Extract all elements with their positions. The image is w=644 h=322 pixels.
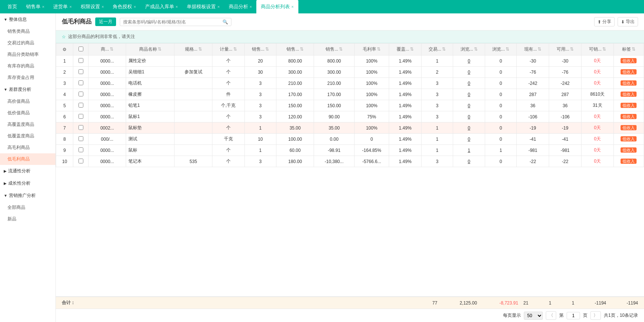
browse1-link[interactable]: 0 — [468, 92, 470, 97]
sidebar-group-growth[interactable]: ▶ 成长性分析 — [0, 177, 55, 189]
close-icon[interactable]: × — [42, 4, 44, 9]
close-icon[interactable]: × — [134, 4, 136, 9]
cell-avail-stock: -19 — [549, 122, 581, 134]
browse1-link[interactable]: 0 — [468, 81, 470, 86]
close-icon[interactable]: × — [102, 4, 104, 9]
time-filter-button[interactable]: 近一月 — [95, 17, 116, 26]
cell-gross-rate: 100% — [354, 55, 389, 67]
th-sale-qty[interactable]: 销售...⇅ — [244, 44, 276, 55]
th-avail-stock[interactable]: 可用...⇅ — [549, 44, 581, 55]
browse1-link[interactable]: 0 — [468, 137, 470, 142]
th-browse1[interactable]: 浏览...⇅ — [453, 44, 485, 55]
th-browse2[interactable]: 浏览...⇅ — [485, 44, 516, 55]
row-checkbox[interactable] — [79, 159, 83, 163]
close-icon[interactable]: × — [250, 4, 252, 9]
nav-permission[interactable]: 权限设置 × — [76, 0, 108, 13]
page-number-input[interactable] — [567, 312, 580, 319]
cell-browse1: 0 — [453, 78, 485, 89]
close-icon[interactable]: × — [176, 4, 178, 9]
nav-sales-order[interactable]: 销售单 × — [22, 0, 49, 13]
th-sellable-days[interactable]: 可销...⇅ — [581, 44, 613, 55]
cell-current-stock: -30 — [517, 55, 549, 67]
settings-icon[interactable]: ⚙ — [63, 47, 67, 52]
browse1-link[interactable]: 0 — [468, 70, 470, 75]
row-checkbox[interactable] — [79, 80, 83, 85]
search-input[interactable] — [123, 19, 222, 25]
row-checkbox[interactable] — [79, 114, 83, 119]
sidebar-item-high-margin[interactable]: 高毛利商品 — [0, 142, 55, 153]
nav-role-auth[interactable]: 角色授权 × — [108, 0, 140, 13]
sidebar-item-all-goods[interactable]: 全部商品 — [0, 202, 55, 213]
select-all-checkbox[interactable] — [79, 47, 83, 51]
cell-browse2: 1 — [485, 145, 516, 156]
th-coverage[interactable]: 覆盖...⇅ — [389, 44, 422, 55]
browse1-link[interactable]: 0 — [468, 114, 470, 119]
cell-unit: 个 — [212, 67, 244, 78]
browse1-link[interactable]: 0 — [468, 103, 470, 108]
prev-page-button[interactable]: 〈 — [546, 311, 556, 320]
sidebar-group-liquidity[interactable]: ▶ 流通性分析 — [0, 165, 55, 177]
cell-avail-stock: -22 — [549, 156, 581, 167]
notice-bar: ☆ 这部分商品的利润非常低，请关注 — [56, 31, 644, 43]
close-icon[interactable]: × — [69, 4, 71, 9]
sidebar-item-stock-capital[interactable]: 库存资金占用 — [0, 72, 55, 83]
row-checkbox[interactable] — [79, 58, 83, 63]
sidebar-group-overall[interactable]: ▼ 整体信息 — [0, 13, 55, 26]
th-trade[interactable]: 交易...⇅ — [421, 44, 453, 55]
table-row: 7 0002... 鼠标垫 个 1 35.00 35.00 100% 1.49%… — [56, 122, 644, 134]
close-icon[interactable]: × — [217, 4, 220, 9]
next-page-button[interactable]: 〉 — [590, 311, 601, 320]
th-sale-price[interactable]: 销售...⇅ — [276, 44, 314, 55]
th-code[interactable]: 商...⇅ — [88, 44, 126, 55]
th-index: ⚙ — [56, 44, 73, 55]
search-icon[interactable]: 🔍 — [222, 19, 228, 25]
sidebar-item-low-margin[interactable]: 低毛利商品 — [0, 153, 55, 165]
nav-product-analysis[interactable]: 商品分析 × — [224, 0, 256, 13]
browse1-link[interactable]: 0 — [468, 125, 470, 131]
row-checkbox[interactable] — [79, 125, 83, 130]
row-checkbox[interactable] — [79, 147, 83, 152]
row-checkbox[interactable] — [79, 69, 83, 74]
browse1-link[interactable]: 1 — [468, 148, 470, 153]
cell-current-stock: -76 — [517, 67, 549, 78]
cell-avail-stock: 36 — [549, 100, 581, 111]
cell-trade: 3 — [421, 78, 453, 89]
sidebar-item-traded-goods[interactable]: 交易过的商品 — [0, 37, 55, 49]
nav-purchase-order[interactable]: 进货单 × — [49, 0, 76, 13]
close-icon[interactable]: × — [291, 4, 294, 9]
sidebar-item-sales-goods[interactable]: 销售类商品 — [0, 26, 55, 37]
cell-gross-rate: -5766.6... — [354, 156, 389, 167]
sidebar-group-marketing[interactable]: ▼ 营销推广分析 — [0, 189, 55, 202]
sidebar-item-new-goods[interactable]: 新品 — [0, 213, 55, 225]
th-spec[interactable]: 规格...⇅ — [174, 44, 212, 55]
th-current-stock[interactable]: 现有...⇅ — [517, 44, 549, 55]
nav-template-settings[interactable]: 单据模板设置 × — [182, 0, 224, 13]
cell-sale-qty: 3 — [244, 156, 276, 167]
export-button[interactable]: ⬇ 导出 — [618, 17, 638, 26]
sidebar-item-stock-goods[interactable]: 有库存的商品 — [0, 60, 55, 72]
sidebar-item-high-value[interactable]: 高价值商品 — [0, 96, 55, 107]
row-checkbox[interactable] — [79, 92, 83, 96]
th-sale-amt[interactable]: 销售...⇅ — [314, 44, 355, 55]
table-row: 2 0000... 吴细细1 参加复试 个 30 300.00 300.00 1… — [56, 67, 644, 78]
nav-product-inbound[interactable]: 产成品入库单 × — [141, 0, 182, 13]
sidebar-item-low-coverage[interactable]: 低覆盖度商品 — [0, 130, 55, 142]
share-button[interactable]: ⬆ 分享 — [594, 17, 615, 26]
sidebar-item-high-coverage[interactable]: 高覆盖度商品 — [0, 119, 55, 130]
page-size-select[interactable]: 50 100 200 — [524, 312, 543, 320]
row-checkbox[interactable] — [79, 136, 83, 141]
cell-browse2: 0 — [485, 100, 516, 111]
th-tag[interactable]: 标签⇅ — [613, 44, 644, 55]
sidebar-item-low-value[interactable]: 低价值商品 — [0, 107, 55, 119]
th-gross-rate[interactable]: 毛利率⇅ — [354, 44, 389, 55]
nav-home[interactable]: 首页 — [3, 0, 22, 13]
th-unit[interactable]: 计量...⇅ — [212, 44, 244, 55]
sidebar-group-cluster[interactable]: ▼ 差群度分析 — [0, 83, 55, 96]
browse1-link[interactable]: 0 — [468, 159, 470, 164]
nav-product-analysis-list[interactable]: 商品分析列表 × — [256, 0, 298, 13]
row-checkbox[interactable] — [79, 103, 83, 108]
browse1-link[interactable]: 0 — [468, 58, 470, 64]
sidebar-item-category-rate[interactable]: 商品分类助销率 — [0, 49, 55, 60]
th-name[interactable]: 商品名称⇅ — [126, 44, 174, 55]
tag-badge: 低收入 — [621, 159, 637, 164]
